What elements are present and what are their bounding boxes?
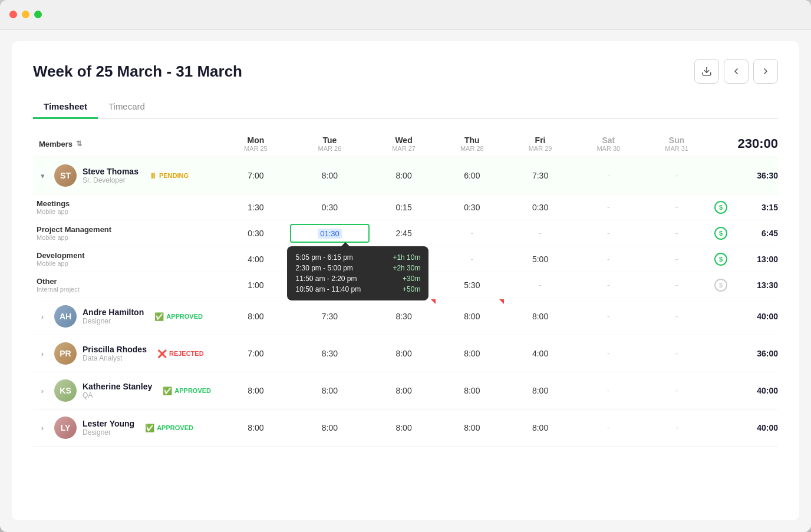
lester-wed[interactable]: 8:00 xyxy=(370,409,438,447)
steve-total: 36:30 xyxy=(731,157,778,194)
priscilla-mon[interactable]: 7:00 xyxy=(222,335,290,372)
lester-fri[interactable]: 8:00 xyxy=(506,409,575,447)
steve-mon[interactable]: 7:00 xyxy=(222,157,290,194)
chevron-lester[interactable]: › xyxy=(37,424,48,432)
corner-mark-andre-thu xyxy=(499,299,504,304)
time-tooltip: 5:05 pm - 6:15 pm +1h 10m 2:30 pm - 5:00… xyxy=(287,246,428,300)
katherine-fri[interactable]: 8:00 xyxy=(506,372,575,409)
tab-timecard[interactable]: Timecard xyxy=(98,95,156,119)
priscilla-total: 36:00 xyxy=(731,335,778,372)
meetings-mon[interactable]: 1:30 xyxy=(222,194,290,220)
member-name-wrap-andre: Andre Hamilton Designer xyxy=(83,308,144,325)
tabs: Timesheet Timecard xyxy=(33,95,778,119)
chevron-andre[interactable]: › xyxy=(37,312,48,321)
lester-tue[interactable]: 8:00 xyxy=(290,409,370,447)
dev-mon[interactable]: 4:00 xyxy=(222,246,290,272)
sub-row-pm: Project Management Mobile app 0:30 01:30 xyxy=(33,220,778,246)
member-row-katherine: › KS Katherine Stanley QA ✅ APPROVED xyxy=(33,372,778,409)
member-role-steve: Sr. Developer xyxy=(83,176,139,184)
pm-sat: - xyxy=(574,220,642,246)
priscilla-wed[interactable]: 8:00 xyxy=(370,335,438,372)
priscilla-billable-col xyxy=(711,335,731,372)
dev-fri[interactable]: 5:00 xyxy=(506,246,575,272)
member-name-andre: Andre Hamilton xyxy=(83,308,144,317)
pm-mon[interactable]: 0:30 xyxy=(222,220,290,246)
katherine-thu[interactable]: 8:00 xyxy=(438,372,506,409)
lester-sat: - xyxy=(574,409,642,447)
priscilla-sat: - xyxy=(574,335,642,372)
timesheet-table: Members ⇅ Mon MAR 25 Tue MAR 26 xyxy=(33,131,778,447)
pm-fri[interactable]: - xyxy=(506,220,575,246)
andre-wed[interactable]: 8:30 xyxy=(370,298,438,335)
other-thu[interactable]: 5:30 xyxy=(438,272,506,298)
header-actions xyxy=(694,59,778,84)
lester-billable-col xyxy=(711,409,731,447)
meetings-wed[interactable]: 0:15 xyxy=(370,194,438,220)
chevron-steve[interactable]: ▾ xyxy=(37,171,48,180)
pm-tue[interactable]: 01:30 5:05 pm - 6:15 pm +1h 10m 2 xyxy=(290,220,370,246)
tab-timesheet[interactable]: Timesheet xyxy=(33,95,98,119)
member-info-priscilla: › PR Priscilla Rhodes Data Analyst ❌ REJ… xyxy=(33,335,222,372)
billable-icon-other: $ xyxy=(714,279,727,292)
chevron-katherine[interactable]: › xyxy=(37,386,48,395)
andre-thu[interactable]: 8:00 xyxy=(438,298,506,335)
meetings-thu[interactable]: 0:30 xyxy=(438,194,506,220)
corner-mark-andre-wed xyxy=(431,299,436,304)
chevron-priscilla[interactable]: › xyxy=(37,349,48,358)
close-btn[interactable] xyxy=(9,11,17,18)
sub-name-other: Other Internal project xyxy=(33,272,222,298)
pm-wed[interactable]: 2:45 xyxy=(370,220,438,246)
pm-thu[interactable]: - xyxy=(438,220,506,246)
main-card: Week of 25 March - 31 March xyxy=(12,41,799,520)
priscilla-thu[interactable]: 8:00 xyxy=(438,335,506,372)
prev-week-button[interactable] xyxy=(724,59,749,84)
steve-thu[interactable]: 6:00 xyxy=(438,157,506,194)
meetings-fri[interactable]: 0:30 xyxy=(506,194,575,220)
lester-thu[interactable]: 8:00 xyxy=(438,409,506,447)
status-badge-andre: ✅ APPROVED xyxy=(150,310,207,323)
member-row-steve: ▾ ST Steve Thomas Sr. Developer ⏸ PENDIN… xyxy=(33,157,778,194)
pm-billable: $ xyxy=(711,220,731,246)
other-mon[interactable]: 1:00 xyxy=(222,272,290,298)
priscilla-tue[interactable]: 8:30 xyxy=(290,335,370,372)
meetings-total: 3:15 xyxy=(731,194,778,220)
maximize-btn[interactable] xyxy=(34,11,42,18)
katherine-tue[interactable]: 8:00 xyxy=(290,372,370,409)
katherine-mon[interactable]: 8:00 xyxy=(222,372,290,409)
andre-fri[interactable]: 8:00 xyxy=(506,298,575,335)
other-billable: $ xyxy=(711,272,731,298)
andre-mon[interactable]: 8:00 xyxy=(222,298,290,335)
lester-mon[interactable]: 8:00 xyxy=(222,409,290,447)
download-button[interactable] xyxy=(694,59,719,84)
andre-billable-col xyxy=(711,298,731,335)
steve-sat: - xyxy=(574,157,642,194)
dev-thu[interactable]: - xyxy=(438,246,506,272)
member-info-andre: › AH Andre Hamilton Designer ✅ APPROVED xyxy=(33,298,222,335)
priscilla-fri[interactable]: 4:00 xyxy=(506,335,575,372)
app-window: Week of 25 March - 31 March xyxy=(0,0,811,532)
katherine-wed[interactable]: 8:00 xyxy=(370,372,438,409)
next-week-button[interactable] xyxy=(753,59,778,84)
member-row-andre: › AH Andre Hamilton Designer ✅ APPROVED xyxy=(33,298,778,335)
steve-fri[interactable]: 7:30 xyxy=(506,157,575,194)
content-area: Week of 25 March - 31 March xyxy=(0,29,811,532)
andre-sun: - xyxy=(642,298,711,335)
col-mon: Mon MAR 25 xyxy=(222,131,290,157)
steve-tue[interactable]: 8:00 xyxy=(290,157,370,194)
member-name-wrap-steve: Steve Thomas Sr. Developer xyxy=(83,167,139,184)
andre-tue[interactable]: 7:30 xyxy=(290,298,370,335)
minimize-btn[interactable] xyxy=(22,11,29,18)
meetings-tue[interactable]: 0:30 xyxy=(290,194,370,220)
sort-icon[interactable]: ⇅ xyxy=(76,140,82,148)
other-total: 13:30 xyxy=(731,272,778,298)
approved-icon-andre: ✅ xyxy=(154,312,164,321)
other-fri[interactable]: - xyxy=(506,272,575,298)
priscilla-sun: - xyxy=(642,335,711,372)
steve-wed[interactable]: 8:00 xyxy=(370,157,438,194)
member-role-katherine: QA xyxy=(83,391,152,399)
col-wed: Wed MAR 27 xyxy=(370,131,438,157)
steve-billable-col xyxy=(711,157,731,194)
katherine-total: 40:00 xyxy=(731,372,778,409)
dev-sat: - xyxy=(574,246,642,272)
avatar-katherine: KS xyxy=(54,379,77,402)
